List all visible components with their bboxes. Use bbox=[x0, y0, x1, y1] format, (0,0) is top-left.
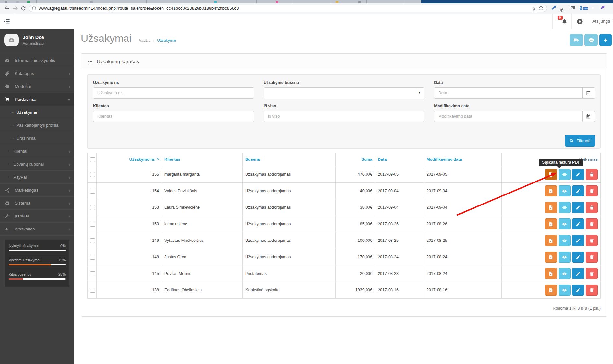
sidebar-item-ataskaitos[interactable]: Ataskaitos › bbox=[0, 223, 74, 236]
delete-order-button[interactable] bbox=[586, 235, 598, 246]
view-order-button[interactable] bbox=[559, 218, 571, 229]
eyedropper-extension-icon[interactable] bbox=[551, 5, 557, 10]
print-invoice-button[interactable] bbox=[584, 34, 598, 46]
translate-icon[interactable]: a bbox=[533, 6, 535, 11]
sort-customer[interactable]: Klientas bbox=[164, 157, 180, 162]
row-checkbox[interactable] bbox=[90, 172, 95, 177]
sort-modified[interactable]: Modifikavimo data bbox=[427, 157, 462, 162]
add-order-button[interactable]: + bbox=[599, 34, 612, 46]
row-checkbox[interactable] bbox=[90, 288, 95, 293]
sidebar-item-sistema[interactable]: Sistema › bbox=[0, 197, 74, 210]
row-checkbox[interactable] bbox=[90, 271, 95, 276]
edit-order-button[interactable] bbox=[572, 169, 584, 180]
edit-order-button[interactable] bbox=[572, 268, 584, 279]
browser-tab-strip[interactable] bbox=[0, 0, 613, 3]
order-no-input[interactable] bbox=[93, 87, 254, 99]
sort-order-no[interactable]: Užsakymo nr. ^ bbox=[129, 157, 159, 162]
invoice-pdf-button[interactable] bbox=[545, 202, 557, 213]
ip-lookup-extension-icon[interactable]: IP bbox=[560, 6, 563, 12]
notifications-bell-icon[interactable] bbox=[561, 18, 568, 26]
user-role: Administrator bbox=[23, 41, 45, 45]
page-info-icon[interactable] bbox=[32, 6, 36, 11]
invoice-pdf-button[interactable] bbox=[545, 185, 557, 196]
invoice-pdf-button[interactable] bbox=[545, 169, 557, 180]
sidebar-toggle-button[interactable] bbox=[3, 18, 10, 26]
invoice-pdf-button[interactable] bbox=[545, 285, 557, 296]
feather-extension-icon[interactable] bbox=[600, 5, 605, 10]
invoice-pdf-button[interactable] bbox=[545, 218, 557, 229]
filter-button[interactable]: Filtruoti bbox=[565, 135, 595, 147]
view-order-button[interactable] bbox=[559, 169, 571, 180]
delete-order-button[interactable] bbox=[586, 202, 598, 213]
invoice-pdf-button[interactable] bbox=[545, 268, 557, 279]
view-order-button[interactable] bbox=[559, 185, 571, 196]
trash-icon bbox=[589, 271, 594, 276]
sort-status[interactable]: Būsena bbox=[245, 157, 260, 162]
sidebar-item-grazinimai[interactable]: » Grąžinimai bbox=[0, 132, 74, 145]
modified-date-input[interactable] bbox=[434, 111, 583, 122]
sidebar-item-uzsakymai[interactable]: » Užsakymai bbox=[0, 106, 74, 119]
sidebar-item-klientai[interactable]: » Klientai › bbox=[0, 145, 74, 158]
edit-order-button[interactable] bbox=[572, 202, 584, 213]
edit-order-button[interactable] bbox=[572, 235, 584, 246]
view-order-button[interactable] bbox=[559, 252, 571, 263]
sidebar-item-dovanu-kuponai[interactable]: » Dovanų kuponai › bbox=[0, 158, 74, 171]
avatar[interactable] bbox=[4, 34, 19, 46]
chevron-right-icon: › bbox=[69, 71, 70, 76]
total-input[interactable] bbox=[264, 111, 425, 122]
bookmark-star-icon[interactable] bbox=[538, 5, 544, 12]
invoice-pdf-button[interactable] bbox=[545, 235, 557, 246]
support-lifering-icon[interactable] bbox=[577, 18, 583, 26]
row-checkbox[interactable] bbox=[90, 222, 95, 227]
order-total: 170,00€ bbox=[336, 249, 375, 265]
sort-date[interactable]: Data bbox=[378, 157, 387, 162]
calendar-button[interactable] bbox=[583, 111, 595, 122]
sidebar-item-paypal[interactable]: » PayPal › bbox=[0, 171, 74, 184]
sidebar-item-moduliai[interactable]: Moduliai › bbox=[0, 80, 74, 93]
view-order-button[interactable] bbox=[559, 268, 571, 279]
sidebar-item-katalogas[interactable]: Katalogas › bbox=[0, 67, 74, 80]
order-date: 2017-08-26 bbox=[375, 216, 424, 232]
cast-extension-icon[interactable] bbox=[570, 5, 575, 10]
edit-order-button[interactable] bbox=[572, 185, 584, 196]
view-order-button[interactable] bbox=[559, 235, 571, 246]
sidebar-item-marketingas[interactable]: Marketingas › bbox=[0, 184, 74, 197]
order-status-select[interactable]: ▾ bbox=[264, 87, 425, 99]
breadcrumb-current[interactable]: Užsakymai bbox=[157, 38, 176, 43]
row-checkbox[interactable] bbox=[90, 255, 95, 260]
delete-order-button[interactable] bbox=[586, 185, 598, 196]
back-button[interactable] bbox=[4, 6, 10, 11]
sort-total[interactable]: Suma bbox=[361, 157, 372, 162]
reload-button[interactable] bbox=[20, 6, 26, 11]
view-order-button[interactable] bbox=[559, 285, 571, 296]
row-checkbox[interactable] bbox=[90, 238, 95, 243]
edit-order-button[interactable] bbox=[572, 218, 584, 229]
sidebar-item-pardavimai[interactable]: Pardavimai › bbox=[0, 93, 74, 106]
delete-order-button[interactable] bbox=[586, 285, 598, 296]
edit-order-button[interactable] bbox=[572, 252, 584, 263]
delete-order-button[interactable] bbox=[586, 252, 598, 263]
delete-order-button[interactable] bbox=[586, 268, 598, 279]
s-extension-icon[interactable]: S New bbox=[580, 5, 588, 11]
sidebar-item-informacinis-skydelis[interactable]: Informacinis skydelis bbox=[0, 54, 74, 67]
breadcrumb-home[interactable]: Pradžia bbox=[137, 38, 150, 43]
url-bar[interactable]: www.agregatai.lt/siteadmin14/index.php?r… bbox=[29, 5, 547, 12]
forward-button[interactable] bbox=[12, 6, 18, 11]
order-stats-panel: Įvykdyti užsakymai 0% Vykdomi užsakymai … bbox=[5, 240, 69, 287]
date-input[interactable] bbox=[434, 87, 583, 99]
shipping-list-button[interactable] bbox=[570, 34, 583, 46]
edit-order-button[interactable] bbox=[572, 285, 584, 296]
view-order-button[interactable] bbox=[559, 202, 571, 213]
customer-input[interactable] bbox=[93, 111, 254, 122]
row-checkbox[interactable] bbox=[90, 189, 95, 194]
logout-button[interactable]: Atsijungti bbox=[592, 19, 613, 24]
select-all-checkbox[interactable] bbox=[90, 157, 95, 162]
sidebar-item-irankiai[interactable]: Įrankiai › bbox=[0, 210, 74, 223]
row-checkbox[interactable] bbox=[90, 205, 95, 210]
calendar-button[interactable] bbox=[583, 87, 595, 99]
delete-order-button[interactable] bbox=[586, 169, 598, 180]
delete-order-button[interactable] bbox=[586, 218, 598, 229]
invoice-pdf-button[interactable] bbox=[545, 252, 557, 263]
sidebar-item-pasikartojantys-profiliai[interactable]: » Pasikartojantys profiliai bbox=[0, 119, 74, 132]
browser-toolbar: www.agregatai.lt/siteadmin14/index.php?r… bbox=[0, 3, 613, 14]
